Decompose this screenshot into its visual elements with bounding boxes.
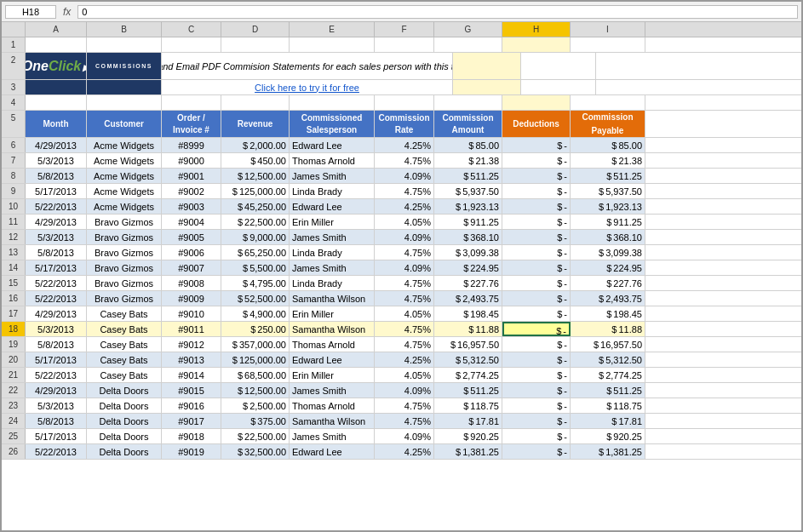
cell-amount[interactable]: $511.25 [434, 383, 502, 398]
cell-amount[interactable]: $198.45 [434, 306, 502, 321]
cell-salesperson[interactable]: Linda Brady [290, 276, 375, 290]
cell-deductions[interactable]: $- [502, 153, 571, 168]
cell-month[interactable]: 5/22/2013 [26, 444, 87, 459]
cell-payable[interactable]: $198.45 [571, 306, 645, 321]
cell-amount[interactable]: $17.81 [434, 414, 502, 428]
cell-order[interactable]: #9010 [162, 306, 221, 321]
cell-salesperson[interactable]: Samantha Wilson [290, 414, 375, 428]
cell-order[interactable]: #9006 [162, 245, 221, 260]
cell-customer[interactable]: Bravo Gizmos [87, 230, 162, 244]
cell-payable[interactable]: $920.25 [571, 429, 645, 443]
cell-month[interactable]: 4/29/2013 [26, 306, 87, 321]
cell-month[interactable]: 5/17/2013 [26, 260, 87, 275]
cell-customer[interactable]: Acme Widgets [87, 153, 162, 168]
cell-rate[interactable]: 4.09% [375, 429, 434, 443]
cell-deductions[interactable]: $- [502, 184, 571, 198]
cell-order[interactable]: #9008 [162, 276, 221, 290]
cell-month[interactable]: 5/17/2013 [26, 429, 87, 443]
cell-rate[interactable]: 4.25% [375, 352, 434, 367]
cell-revenue[interactable]: $450.00 [221, 153, 290, 168]
cell-salesperson[interactable]: Erin Miller [290, 215, 375, 229]
cell-revenue[interactable]: $4,795.00 [221, 276, 290, 290]
cell-rate[interactable]: 4.05% [375, 306, 434, 321]
cell-month[interactable]: 5/3/2013 [26, 153, 87, 168]
cell-payable[interactable]: $224.95 [571, 260, 645, 275]
cell-customer[interactable]: Delta Doors [87, 444, 162, 459]
cell-amount[interactable]: $368.10 [434, 230, 502, 244]
cell-amount[interactable]: $11.88 [434, 322, 502, 336]
cell-customer[interactable]: Delta Doors [87, 398, 162, 413]
cell-deductions[interactable]: $- [502, 444, 571, 459]
cell-order[interactable]: #9003 [162, 199, 221, 214]
cell-rate[interactable]: 4.75% [375, 184, 434, 198]
cell-order[interactable]: #9007 [162, 260, 221, 275]
cell-payable[interactable]: $17.81 [571, 414, 645, 428]
cell-rate[interactable]: 4.09% [375, 230, 434, 244]
cell-payable[interactable]: $2,493.75 [571, 291, 645, 306]
cell-amount[interactable]: $511.25 [434, 169, 502, 183]
col-header-d[interactable]: D [221, 22, 290, 37]
cell-order[interactable]: #9016 [162, 398, 221, 413]
cell-payable[interactable]: $118.75 [571, 398, 645, 413]
col-header-a[interactable]: A [26, 22, 87, 37]
cell-order[interactable]: #9015 [162, 383, 221, 398]
cell-amount[interactable]: $2,493.75 [434, 291, 502, 306]
cell-payable[interactable]: $3,099.38 [571, 245, 645, 260]
cell-revenue[interactable]: $9,000.00 [221, 230, 290, 244]
cell-revenue[interactable]: $45,250.00 [221, 199, 290, 214]
col-header-f[interactable]: F [375, 22, 434, 37]
cell-amount[interactable]: $2,774.25 [434, 368, 502, 382]
cell-deductions[interactable]: $- [502, 138, 571, 152]
cell-payable[interactable]: $227.76 [571, 276, 645, 290]
cell-payable[interactable]: $368.10 [571, 230, 645, 244]
cell-rate[interactable]: 4.09% [375, 383, 434, 398]
cell-order[interactable]: #9014 [162, 368, 221, 382]
cell-payable[interactable]: $21.38 [571, 153, 645, 168]
cell-month[interactable]: 5/3/2013 [26, 322, 87, 336]
cell-reference-input[interactable] [5, 5, 56, 19]
cell-customer[interactable]: Acme Widgets [87, 199, 162, 214]
cell-month[interactable]: 5/8/2013 [26, 169, 87, 183]
cell-revenue[interactable]: $125,000.00 [221, 352, 290, 367]
cell-month[interactable]: 5/8/2013 [26, 414, 87, 428]
cell-deductions[interactable]: $- [502, 337, 571, 352]
link-text[interactable]: Click here to try it for free [255, 81, 359, 94]
cell-order[interactable]: #8999 [162, 138, 221, 152]
cell-revenue[interactable]: $357,000.00 [221, 337, 290, 352]
cell-deductions[interactable]: $- [502, 414, 571, 428]
cell-payable[interactable]: $1,923.13 [571, 199, 645, 214]
cell-salesperson[interactable]: Edward Lee [290, 352, 375, 367]
cell-revenue[interactable]: $65,250.00 [221, 245, 290, 260]
cell-deductions[interactable]: $- [502, 245, 571, 260]
cell-amount[interactable]: $5,937.50 [434, 184, 502, 198]
cell-amount[interactable]: $1,923.13 [434, 199, 502, 214]
cell-revenue[interactable]: $4,900.00 [221, 306, 290, 321]
cell-revenue[interactable]: $375.00 [221, 414, 290, 428]
cell-salesperson[interactable]: James Smith [290, 169, 375, 183]
cell-amount[interactable]: $85.00 [434, 138, 502, 152]
cell-revenue[interactable]: $250.00 [221, 322, 290, 336]
cell-payable[interactable]: $11.88 [571, 322, 645, 336]
cell-salesperson[interactable]: Thomas Arnold [290, 153, 375, 168]
cell-amount[interactable]: $5,312.50 [434, 352, 502, 367]
cell-order[interactable]: #9018 [162, 429, 221, 443]
cell-deductions[interactable]: $- [502, 215, 571, 229]
cell-rate[interactable]: 4.09% [375, 260, 434, 275]
cell-payable[interactable]: $511.25 [571, 383, 645, 398]
cell-salesperson[interactable]: Edward Lee [290, 138, 375, 152]
cell-rate[interactable]: 4.05% [375, 368, 434, 382]
cell-revenue[interactable]: $32,500.00 [221, 444, 290, 459]
cell-deductions[interactable]: $- [502, 429, 571, 443]
cell-payable[interactable]: $5,937.50 [571, 184, 645, 198]
cell-revenue[interactable]: $52,500.00 [221, 291, 290, 306]
cell-deductions[interactable]: $- [502, 230, 571, 244]
cell-salesperson[interactable]: James Smith [290, 383, 375, 398]
cell-payable[interactable]: $2,774.25 [571, 368, 645, 382]
cell-month[interactable]: 5/8/2013 [26, 245, 87, 260]
cell-salesperson[interactable]: Linda Brady [290, 184, 375, 198]
cell-revenue[interactable]: $68,500.00 [221, 368, 290, 382]
cell-order[interactable]: #9011 [162, 322, 221, 336]
col-header-c[interactable]: C [162, 22, 221, 37]
cell-amount[interactable]: $3,099.38 [434, 245, 502, 260]
cell-salesperson[interactable]: Edward Lee [290, 199, 375, 214]
